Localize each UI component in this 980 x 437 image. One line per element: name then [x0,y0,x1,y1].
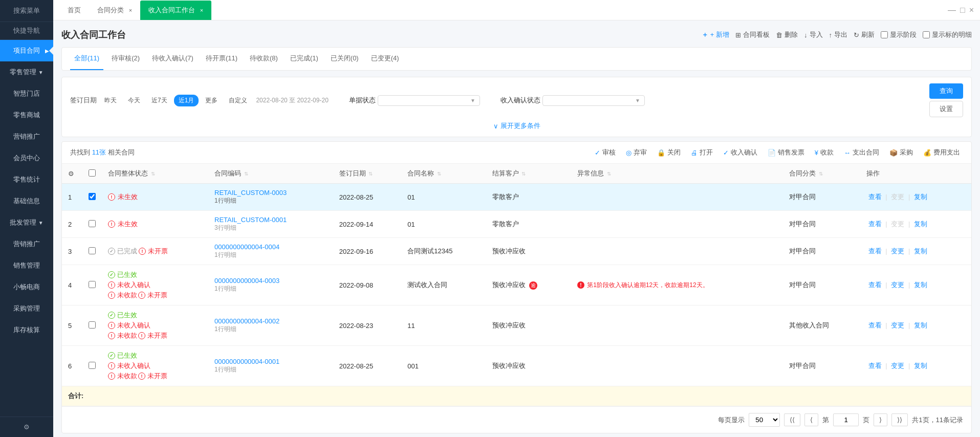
copy-btn[interactable]: 复制 [912,362,929,369]
view-btn[interactable]: 查看 [866,321,884,329]
date-btn-custom[interactable]: 自定义 [224,95,252,106]
row-checkbox[interactable] [89,321,96,329]
select-all-checkbox[interactable] [89,169,96,177]
income-confirm-action-btn[interactable]: ✓ 收入确认 [720,146,760,159]
sidebar-item-online-store[interactable]: 零售商城 [0,104,53,126]
row-checkbox[interactable] [89,193,96,200]
first-page-btn[interactable]: ⟨⟨ [784,413,800,426]
sidebar-item-basic-info[interactable]: 基础信息 [0,190,53,212]
row-checkbox[interactable] [89,220,96,227]
sidebar-item-member[interactable]: 会员中心 [0,147,53,169]
copy-btn[interactable]: 复制 [912,220,929,228]
expense-action-btn[interactable]: 💰 费用支出 [920,146,963,159]
date-btn-yesterday[interactable]: 昨天 [100,95,121,106]
cell-checkbox[interactable] [82,265,102,305]
print-action-btn[interactable]: 🖨 打开 [688,146,716,159]
review-action-btn[interactable]: ✓ 审核 [592,146,619,159]
export-button[interactable]: ↑ 导出 [829,30,848,39]
purchase-action-btn[interactable]: 📦 采购 [886,146,916,159]
minimize-icon[interactable]: — [948,6,956,15]
tab-contract-category[interactable]: 合同分类 × [89,1,140,20]
abandon-action-btn[interactable]: ◎ 弃审 [623,146,650,159]
per-page-select[interactable]: 50 100 [749,413,780,427]
contract-code-link[interactable]: 0000000000004-0004 [214,243,279,251]
payment-action-btn[interactable]: ¥ 收款 [812,146,837,159]
contract-board-button[interactable]: ⊞ 合同看板 [735,30,770,39]
import-button[interactable]: ↓ 导入 [804,30,823,39]
copy-btn[interactable]: 复制 [912,321,929,329]
sidebar-item-purchase[interactable]: 采购管理 [0,298,53,319]
table-scroll-area[interactable]: ⚙ 合同整体状态 ⇅ [62,164,971,406]
view-btn[interactable]: 查看 [866,247,884,255]
show-details-checkbox[interactable] [923,31,930,38]
expand-conditions-button[interactable]: ∨ 展开更多条件 [493,121,540,130]
cell-checkbox[interactable] [82,184,102,211]
filter-tab-changed[interactable]: 已变更(4) [367,48,403,70]
date-btn-more[interactable]: 更多 [201,95,222,106]
sales-invoice-action-btn[interactable]: 📄 销售发票 [765,146,808,159]
col-sign-date[interactable]: 签订日期 ⇅ [333,164,402,184]
last-page-btn[interactable]: ⟩⟩ [891,413,908,426]
view-btn[interactable]: 查看 [866,362,884,369]
sidebar-item-inventory[interactable]: 库存核算 [0,319,53,341]
tab-close-income-workbench[interactable]: × [200,7,203,13]
sidebar-item-retail-stats[interactable]: 零售统计 [0,169,53,190]
sidebar-search[interactable]: 搜索菜单 [0,0,53,22]
income-confirm-select[interactable]: ▼ [542,95,645,106]
sidebar-item-ecommerce[interactable]: 小畅电商 [0,276,53,298]
refresh-button[interactable]: ↻ 刷新 [854,30,875,39]
copy-btn[interactable]: 复制 [912,247,929,255]
change-btn[interactable]: 变更 [889,220,906,228]
sidebar-item-project[interactable]: 项目合同 ▶ [0,40,53,61]
row-checkbox[interactable] [89,281,96,288]
doc-status-select[interactable]: ▼ [378,95,480,106]
cell-checkbox[interactable] [82,211,102,238]
sidebar-item-marketing2[interactable]: 营销推广 [0,233,53,255]
filter-tab-pending-income[interactable]: 待收入确认(7) [148,48,198,70]
change-btn[interactable]: 变更 [889,362,906,369]
row-checkbox[interactable] [89,362,96,369]
contract-code-link[interactable]: RETAIL_CUSTOM-0003 [214,189,287,196]
cell-checkbox[interactable] [82,305,102,346]
filter-tab-completed[interactable]: 已完成(1) [286,48,322,70]
copy-btn[interactable]: 复制 [912,193,929,201]
query-button[interactable]: 查询 [929,83,963,99]
sidebar-item-marketing[interactable]: 营销推广 [0,126,53,147]
sidebar-item-retail[interactable]: 零售管理 ▼ [0,61,53,83]
tab-close-contract-category[interactable]: × [129,7,132,13]
view-btn[interactable]: 查看 [866,193,884,201]
change-btn[interactable]: 变更 [889,281,906,289]
view-btn[interactable]: 查看 [866,281,884,289]
next-page-btn[interactable]: ⟩ [874,413,887,426]
row-checkbox[interactable] [89,247,96,254]
sidebar-item-wholesale[interactable]: 批发管理 ▼ [0,212,53,233]
col-name[interactable]: 合同名称 ⇅ [401,164,486,184]
sidebar-settings[interactable]: ⚙ [0,417,53,437]
cell-checkbox[interactable] [82,346,102,386]
view-btn[interactable]: 查看 [866,220,884,228]
col-customer[interactable]: 结算客户 ⇅ [486,164,571,184]
filter-tab-all[interactable]: 全部(11) [70,48,103,70]
col-status[interactable]: 合同整体状态 ⇅ [102,164,208,184]
payout-action-btn[interactable]: ↔ 支出合同 [841,146,882,159]
delete-button[interactable]: 🗑 删除 [776,30,798,39]
sidebar-item-smart-store[interactable]: 智慧门店 [0,83,53,104]
tab-income-workbench[interactable]: 收入合同工作台 × [140,1,211,20]
close-action-btn[interactable]: 🔒 关闭 [654,146,684,159]
contract-code-link[interactable]: RETAIL_CUSTOM-0001 [214,216,287,224]
settings-icon[interactable]: ⚙ [68,170,74,178]
change-btn[interactable]: 变更 [889,193,906,201]
contract-code-link[interactable]: 0000000000004-0002 [214,317,279,325]
show-stage-checkbox[interactable] [881,31,888,38]
sidebar-nav[interactable]: 快捷导航 [0,22,53,40]
setting-button[interactable]: 设置 [929,101,963,117]
cell-checkbox[interactable] [82,238,102,265]
tab-home[interactable]: 首页 [59,1,89,20]
close-icon[interactable]: × [969,6,974,15]
change-btn[interactable]: 变更 [889,321,906,329]
add-button[interactable]: ＋ + 新增 [702,30,729,39]
prev-page-btn[interactable]: ⟨ [804,413,818,426]
page-number-input[interactable] [833,413,859,426]
change-btn[interactable]: 变更 [889,247,906,255]
filter-tab-closed[interactable]: 已关闭(0) [326,48,363,70]
